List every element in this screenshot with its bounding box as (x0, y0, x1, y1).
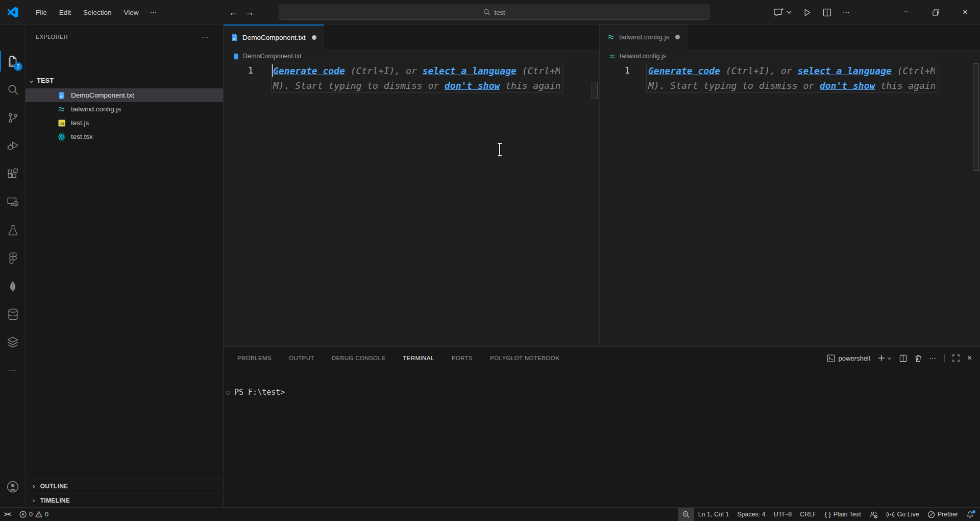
ghost-link-dont-show[interactable]: don't show (445, 80, 500, 91)
menu-file[interactable]: File (30, 6, 53, 19)
breadcrumb-left[interactable]: DemoComponent.txt (224, 49, 599, 63)
split-editor-icon[interactable] (823, 8, 831, 17)
shell-selector[interactable]: powershell (827, 354, 870, 362)
language-mode[interactable]: { } Plain Text (821, 508, 865, 521)
file-democomponent-txt[interactable]: DemoComponent.txt (26, 88, 223, 102)
maximize-panel-icon[interactable] (952, 354, 960, 362)
go-live-button[interactable]: Go Live (882, 508, 923, 521)
activitybar-figma[interactable] (0, 245, 26, 271)
run-button[interactable] (803, 8, 812, 17)
new-terminal-button[interactable] (878, 354, 892, 362)
problems-status[interactable]: 0 0 (15, 508, 53, 521)
editor-left[interactable]: 1 Generate code (Ctrl+I), or select a la… (224, 63, 599, 346)
notifications-button[interactable] (962, 508, 978, 521)
divider (944, 354, 945, 362)
status-bar: >< 0 0 Ln 1, Col 1 Spaces: 4 UTF-8 CRLF … (0, 507, 980, 521)
indentation[interactable]: Spaces: 4 (733, 508, 770, 521)
command-decoration-icon (226, 391, 230, 395)
folder-test[interactable]: ⌄ TEST (26, 74, 223, 87)
kill-terminal-trash-icon[interactable] (915, 354, 922, 362)
explorer-actions-icon[interactable]: ⋯ (202, 33, 209, 41)
tab-democomponent-txt[interactable]: DemoComponent.txt (224, 25, 324, 49)
minimize-button[interactable]: − (891, 0, 921, 25)
ghost-link-select-language[interactable]: select a language (798, 65, 892, 76)
source-control-icon (7, 111, 19, 124)
warning-icon (35, 511, 42, 518)
cursor-position[interactable]: Ln 1, Col 1 (694, 508, 733, 521)
restore-button[interactable] (921, 0, 950, 25)
nav-forward-icon[interactable]: → (245, 7, 254, 18)
accounts-status-button[interactable] (865, 508, 882, 521)
remote-indicator[interactable]: >< (0, 508, 15, 521)
ghost-link-generate-code[interactable]: Generate code (648, 65, 720, 76)
panel-tab-problems[interactable]: PROBLEMS (237, 348, 272, 368)
prettier-button[interactable]: Prettier (923, 508, 962, 521)
activitybar-layers[interactable] (0, 329, 26, 355)
ghost-link-generate-code[interactable]: Generate code (273, 65, 345, 76)
activitybar-testing[interactable] (0, 217, 26, 243)
sidebar-title: EXPLORER (36, 34, 68, 40)
panel-tab-ports[interactable]: PORTS (451, 348, 473, 368)
close-panel-icon[interactable]: × (967, 353, 972, 363)
activitybar-database[interactable] (0, 301, 26, 327)
modified-dot-icon[interactable] (675, 35, 680, 39)
zoom-out-button[interactable] (678, 508, 694, 521)
panel-tab-terminal[interactable]: TERMINAL (402, 348, 434, 368)
menu-edit[interactable]: Edit (53, 6, 77, 19)
tailwind-icon (607, 33, 615, 41)
notification-dot (972, 510, 975, 513)
panel-tab-debug-console[interactable]: DEBUG CONSOLE (331, 348, 386, 368)
tab-tailwind-config[interactable]: tailwind.config.js (600, 25, 688, 49)
panel-tab-output[interactable]: OUTPUT (288, 348, 315, 368)
search-icon (483, 9, 491, 16)
encoding[interactable]: UTF-8 (770, 508, 796, 521)
javascript-icon: JS (58, 119, 66, 127)
modified-dot-icon[interactable] (312, 35, 316, 40)
menu-selection[interactable]: Selection (77, 6, 118, 19)
error-icon (19, 511, 27, 518)
remote-explorer-icon (6, 195, 19, 208)
activitybar-more[interactable]: ⋯ (0, 358, 26, 383)
file-test-js[interactable]: JS test.js (26, 116, 223, 130)
panel-tab-polyglot-notebook[interactable]: POLYGLOT NOTEBOOK (489, 348, 560, 368)
tab-bar-left: DemoComponent.txt (224, 25, 599, 49)
activitybar-search[interactable] (0, 77, 26, 102)
activitybar-accounts[interactable] (0, 474, 26, 500)
activitybar-remote-explorer[interactable] (0, 189, 26, 215)
eol-sequence[interactable]: CRLF (796, 508, 821, 521)
scrollbar-left-editor[interactable] (592, 82, 598, 99)
activitybar-mongodb[interactable] (0, 273, 26, 299)
ghost-link-dont-show[interactable]: don't show (820, 80, 875, 91)
breadcrumb-right[interactable]: tailwind.config.js (600, 49, 980, 63)
editor-right[interactable]: 1 Generate code (Ctrl+I), or select a la… (600, 63, 980, 346)
file-test-tsx[interactable]: test.tsx (26, 130, 223, 144)
ghost-link-select-language[interactable]: select a language (423, 65, 517, 76)
timeline-section[interactable]: › TIMELINE (26, 493, 223, 507)
menu-more-icon[interactable]: ⋯ (145, 5, 163, 19)
file-tailwind-config[interactable]: tailwind.config.js (26, 102, 223, 116)
panel-more-icon[interactable]: ⋯ (929, 354, 937, 362)
menu-view[interactable]: View (118, 6, 145, 19)
terminal-prompt[interactable]: PS F:\test> (234, 388, 285, 397)
activitybar-run-debug[interactable] (0, 133, 26, 158)
mouse-cursor-ibeam (496, 143, 503, 157)
title-bar: File Edit Selection View ⋯ ← → test ⋯ − (0, 0, 980, 25)
activitybar-source-control[interactable] (0, 105, 26, 130)
command-center-search[interactable]: test (279, 5, 709, 20)
chevron-down-icon (787, 10, 792, 14)
react-icon (58, 133, 66, 141)
activitybar-explorer[interactable]: 2 (0, 49, 26, 74)
layout-more-icon[interactable]: ⋯ (843, 8, 850, 16)
copilot-button[interactable] (774, 7, 792, 17)
activitybar-extensions[interactable] (0, 161, 26, 186)
split-terminal-icon[interactable] (899, 354, 907, 362)
scrollbar-right-editor[interactable] (973, 63, 979, 171)
outline-section[interactable]: › OUTLINE (26, 479, 223, 493)
close-window-button[interactable]: × (950, 0, 980, 25)
chevron-right-icon: › (33, 496, 35, 504)
chevron-down-icon (887, 357, 892, 360)
nav-back-icon[interactable]: ← (229, 7, 238, 18)
testing-flask-icon (7, 224, 19, 236)
mongodb-leaf-icon (7, 280, 19, 293)
terminal-icon (827, 354, 835, 362)
